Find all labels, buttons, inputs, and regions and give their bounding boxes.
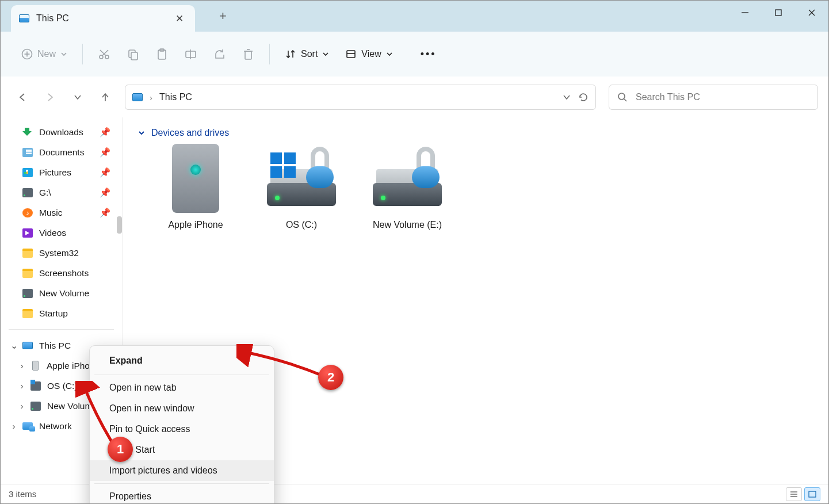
svg-rect-12 xyxy=(131,52,137,60)
address-dropdown[interactable] xyxy=(562,86,571,109)
copy-icon xyxy=(127,48,139,60)
sidebar-label: System32 xyxy=(39,248,79,258)
back-button[interactable] xyxy=(11,86,34,109)
ctx-expand[interactable]: Expand xyxy=(90,350,274,372)
forward-button[interactable] xyxy=(39,86,62,109)
chevron-down-icon xyxy=(137,129,146,137)
sidebar-label: Network xyxy=(39,421,72,432)
os-drive-icon xyxy=(30,381,41,391)
ctx-pin-start[interactable]: Pin to Start xyxy=(90,440,274,460)
search-box[interactable]: Search This PC xyxy=(609,85,818,110)
share-button[interactable] xyxy=(206,43,232,65)
view-button[interactable]: View xyxy=(338,44,399,64)
tiles-view-button[interactable] xyxy=(804,487,820,501)
context-menu: Expand Open in new tab Open in new windo… xyxy=(89,345,274,504)
chevron-right-icon[interactable]: › xyxy=(7,421,20,432)
new-label: New xyxy=(37,49,56,59)
sidebar-item-startup[interactable]: Startup xyxy=(1,303,122,323)
tab-title: This PC xyxy=(36,13,69,24)
pin-icon: 📌 xyxy=(100,147,110,158)
ctx-properties[interactable]: Properties xyxy=(90,486,274,504)
chevron-right-icon[interactable]: › xyxy=(16,401,28,411)
pin-icon: 📌 xyxy=(100,127,110,138)
tab-this-pc[interactable]: This PC ✕ xyxy=(11,5,195,32)
trash-icon xyxy=(242,48,254,60)
address-bar[interactable]: › This PC xyxy=(125,85,596,110)
more-button[interactable]: ••• xyxy=(414,44,444,65)
delete-button[interactable] xyxy=(235,43,261,65)
folder-icon xyxy=(22,309,33,318)
chevron-right-icon[interactable]: › xyxy=(16,381,28,391)
separator xyxy=(269,44,270,64)
documents-icon xyxy=(22,148,33,157)
group-header-devices[interactable]: Devices and drives xyxy=(137,128,818,138)
drive-os-c[interactable]: OS (C:) xyxy=(258,144,345,230)
separator xyxy=(82,44,83,64)
layout-icon xyxy=(345,48,357,60)
chevron-down-icon xyxy=(322,51,329,58)
up-button[interactable] xyxy=(94,86,117,109)
sidebar-item-downloads[interactable]: Downloads📌 xyxy=(1,122,122,142)
sidebar-item-new-volume[interactable]: New Volume xyxy=(1,283,122,303)
sidebar-label: Startup xyxy=(39,308,68,319)
copy-button[interactable] xyxy=(120,43,146,65)
drive-label: Apple iPhone xyxy=(168,220,223,230)
drive-apple-iphone[interactable]: Apple iPhone xyxy=(152,144,239,230)
scissors-icon xyxy=(98,48,110,60)
sidebar-item-system32[interactable]: System32 xyxy=(1,243,122,263)
paste-button[interactable] xyxy=(148,43,175,65)
svg-line-26 xyxy=(624,99,626,101)
pc-icon xyxy=(132,93,143,101)
cut-button[interactable] xyxy=(91,43,117,65)
svg-rect-1 xyxy=(775,10,781,16)
network-icon xyxy=(22,422,33,430)
sidebar-label: OS (C:) xyxy=(47,381,78,391)
ctx-open-new-tab[interactable]: Open in new tab xyxy=(90,377,274,398)
drive-new-volume-e[interactable]: New Volume (E:) xyxy=(364,144,450,230)
chevron-right-icon[interactable]: › xyxy=(16,361,28,371)
rename-button[interactable] xyxy=(177,43,204,65)
refresh-button[interactable] xyxy=(578,86,589,109)
details-view-button[interactable] xyxy=(786,487,802,501)
drive-icon xyxy=(22,188,33,197)
new-tab-button[interactable]: + xyxy=(212,3,234,29)
explorer-window: This PC ✕ + New Sort View xyxy=(0,0,829,504)
sidebar-label: Documents xyxy=(39,147,84,158)
ctx-separator xyxy=(94,375,269,375)
sidebar-item-screenshots[interactable]: Screenshots xyxy=(1,263,122,283)
sidebar-label: New Volume xyxy=(39,288,89,299)
breadcrumb-separator: › xyxy=(150,93,152,102)
download-icon xyxy=(22,128,33,137)
minimize-button[interactable] xyxy=(728,1,762,25)
title-bar: This PC ✕ + xyxy=(1,1,828,32)
scrollbar-thumb[interactable] xyxy=(117,216,122,234)
ctx-import-pictures-videos[interactable]: Import pictures and videos xyxy=(90,460,274,481)
pin-icon: 📌 xyxy=(100,167,110,178)
recent-button[interactable] xyxy=(66,86,89,109)
sidebar-item-videos[interactable]: Videos xyxy=(1,223,122,243)
pc-icon xyxy=(22,342,33,349)
close-button[interactable] xyxy=(795,1,828,25)
sort-button[interactable]: Sort xyxy=(278,44,336,64)
sidebar-label: G:\ xyxy=(39,188,51,198)
sidebar-item-pictures[interactable]: Pictures📌 xyxy=(1,162,122,182)
sidebar-item-documents[interactable]: Documents📌 xyxy=(1,142,122,162)
svg-rect-22 xyxy=(347,51,355,58)
tab-close-button[interactable]: ✕ xyxy=(172,10,187,27)
new-button[interactable]: New xyxy=(14,44,74,64)
chevron-down-icon[interactable]: ⌄ xyxy=(7,341,20,351)
view-label: View xyxy=(361,49,381,59)
window-controls xyxy=(728,1,828,25)
sidebar-item-g-drive[interactable]: G:\📌 xyxy=(1,182,122,203)
ctx-pin-quick-access[interactable]: Pin to Quick access xyxy=(90,419,274,440)
chevron-down-icon xyxy=(386,51,393,58)
share-icon xyxy=(213,48,226,60)
sidebar-item-music[interactable]: Music📌 xyxy=(1,203,122,223)
maximize-button[interactable] xyxy=(762,1,795,25)
breadcrumb-this-pc[interactable]: This PC xyxy=(159,92,192,102)
sidebar-label: Music xyxy=(39,208,62,218)
ctx-open-new-window[interactable]: Open in new window xyxy=(90,398,274,419)
ctx-separator xyxy=(94,483,269,484)
sidebar-label: Downloads xyxy=(39,127,83,138)
clipboard-icon xyxy=(155,48,168,60)
